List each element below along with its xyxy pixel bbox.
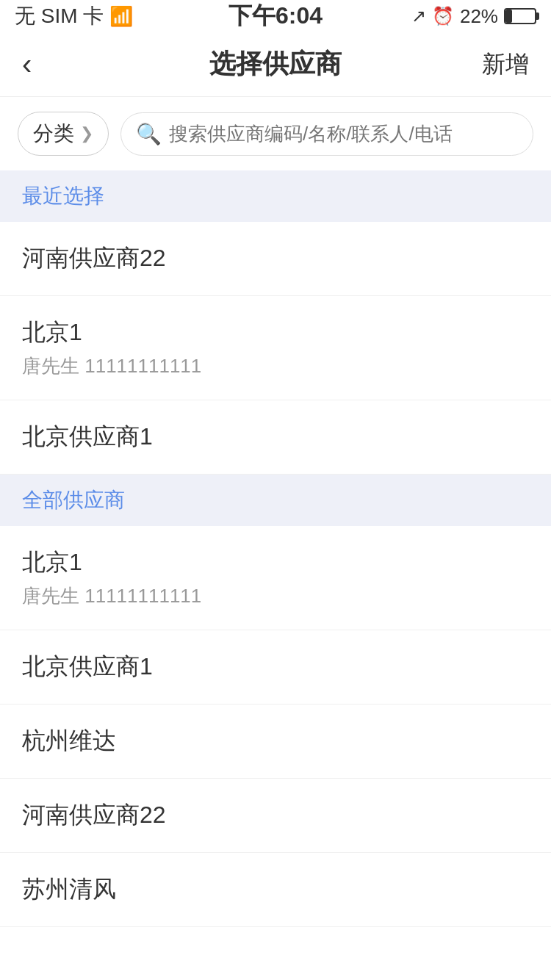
list-item[interactable]: 北京1唐先生 11111111111: [0, 296, 551, 400]
back-button[interactable]: ‹: [22, 48, 66, 81]
item-name: 北京1: [22, 317, 529, 349]
battery-icon: [504, 8, 536, 24]
category-button[interactable]: 分类 ❯: [18, 112, 109, 156]
all-section-header: 全部供应商: [0, 475, 551, 526]
all-list: 北京1唐先生 11111111111北京供应商1杭州维达河南供应商22苏州清风: [0, 526, 551, 927]
battery-percent: 22%: [460, 5, 498, 28]
list-item[interactable]: 苏州清风: [0, 853, 551, 927]
item-name: 河南供应商22: [22, 799, 529, 832]
all-section-label: 全部供应商: [22, 489, 125, 511]
status-time: 下午6:04: [228, 0, 323, 32]
battery-fill: [505, 10, 512, 23]
page-title: 选择供应商: [209, 46, 342, 82]
chevron-right-icon: ❯: [80, 124, 93, 143]
status-right: ↗ ⏰ 22%: [411, 5, 536, 28]
filter-bar: 分类 ❯ 🔍: [0, 97, 551, 170]
recent-section-header: 最近选择: [0, 170, 551, 222]
alarm-icon: ⏰: [432, 6, 454, 26]
recent-list: 河南供应商22北京1唐先生 11111111111北京供应商1: [0, 222, 551, 475]
item-name: 河南供应商22: [22, 242, 529, 275]
list-item[interactable]: 北京1唐先生 11111111111: [0, 526, 551, 630]
item-name: 北京供应商1: [22, 651, 529, 683]
list-item[interactable]: 河南供应商22: [0, 779, 551, 853]
location-icon: ↗: [411, 6, 426, 26]
search-input[interactable]: [169, 123, 518, 145]
carrier-text: 无 SIM 卡: [15, 2, 104, 30]
list-item[interactable]: 杭州维达: [0, 705, 551, 779]
list-item[interactable]: 河南供应商22: [0, 222, 551, 296]
item-sub: 唐先生 11111111111: [22, 583, 529, 609]
recent-section-label: 最近选择: [22, 184, 104, 207]
list-item[interactable]: 北京供应商1: [0, 630, 551, 705]
list-item[interactable]: 北京供应商1: [0, 400, 551, 475]
status-bar: 无 SIM 卡 📶 下午6:04 ↗ ⏰ 22%: [0, 0, 551, 32]
item-name: 北京1: [22, 547, 529, 579]
status-left: 无 SIM 卡 📶: [15, 2, 133, 30]
item-name: 苏州清风: [22, 873, 529, 906]
nav-bar: ‹ 选择供应商 新增: [0, 32, 551, 97]
category-label: 分类: [33, 120, 74, 148]
item-name: 杭州维达: [22, 725, 529, 757]
add-button[interactable]: 新增: [482, 48, 529, 81]
wifi-icon: 📶: [109, 5, 133, 28]
item-sub: 唐先生 11111111111: [22, 353, 529, 379]
item-name: 北京供应商1: [22, 421, 529, 453]
search-icon: 🔍: [136, 122, 162, 146]
search-bar[interactable]: 🔍: [120, 112, 533, 156]
